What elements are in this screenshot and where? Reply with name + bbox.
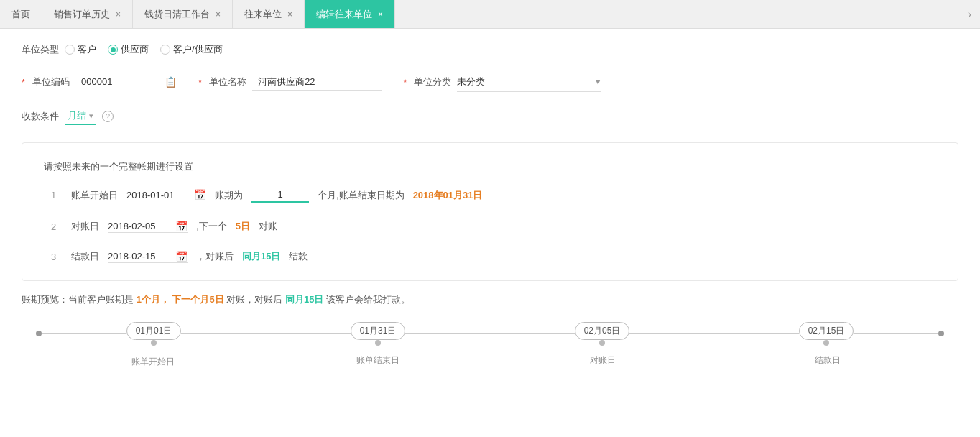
- timeline-line-2: [181, 333, 350, 334]
- period-hint: 请按照未来的一个完整帐期进行设置: [44, 160, 936, 173]
- period-date-2: 📅: [108, 221, 188, 233]
- period-date-3: 📅: [108, 251, 188, 263]
- period-months-input[interactable]: [251, 188, 309, 203]
- unit-category-group: * 单位分类 未分类 ▾: [403, 73, 601, 92]
- tab-sales-history-label: 销售订单历史: [54, 8, 110, 21]
- preview-middle: 对账，对账后: [226, 294, 282, 305]
- unit-category-label: 单位分类: [414, 75, 451, 88]
- period-settings-box: 请按照未来的一个完整帐期进行设置 1 账单开始日 📅 账期为 个月,账单结束日期…: [22, 142, 958, 281]
- tab-edit-partner-label: 编辑往来单位: [316, 8, 372, 21]
- timeline-label-4: 结款日: [815, 354, 841, 367]
- radio-supplier-label: 供应商: [121, 43, 149, 56]
- timeline-line-3: [405, 333, 574, 334]
- unit-code-copy-icon[interactable]: 📋: [165, 76, 177, 88]
- period-suffix-3: 结款: [289, 250, 308, 263]
- timeline-row: 01月01日 01月31日 02月05日 02月15日: [36, 322, 944, 346]
- timeline-end-node: [938, 331, 944, 336]
- period-end-date-1: 2018年01月31日: [413, 189, 483, 202]
- timeline-start-node: [36, 331, 42, 336]
- calendar-icon-3[interactable]: 📅: [175, 251, 188, 262]
- unit-type-row: 单位类型 客户 供应商 客户/供应商: [22, 43, 958, 56]
- tab-sales-history[interactable]: 销售订单历史 ×: [42, 0, 133, 28]
- payment-condition-value: 月结: [68, 109, 86, 122]
- period-suffix-2: 对账: [259, 220, 277, 233]
- main-content: 单位类型 客户 供应商 客户/供应商 * 单位编码: [0, 29, 980, 437]
- timeline-badge-4: 02月15日: [799, 322, 854, 340]
- tab-sales-history-close[interactable]: ×: [116, 9, 121, 19]
- unit-category-chevron-icon: ▾: [596, 76, 601, 87]
- timeline-labels-row: 账单开始日 账单结束日 对账日 结款日: [36, 349, 944, 368]
- period-date-1: 📅: [126, 189, 206, 201]
- unit-type-radio-group: 客户 供应商 客户/供应商: [65, 43, 223, 56]
- period-suffix-after-1: 个月,账单结束日期为: [318, 189, 405, 202]
- unit-code-input[interactable]: [75, 73, 162, 90]
- unit-info-row: * 单位编码 📋 * 单位名称 * 单位分类 未分类 ▾: [22, 70, 958, 93]
- timeline-node-3: 02月05日: [575, 322, 630, 346]
- timeline-badge-3: 02月05日: [575, 322, 630, 340]
- preview-prefix: 账期预览：当前客户账期是: [22, 294, 134, 305]
- timeline-line-5: [854, 333, 938, 334]
- payment-help-icon[interactable]: ?: [102, 111, 114, 122]
- tab-cash-work[interactable]: 钱货日清工作台 ×: [133, 0, 233, 28]
- unit-name-input[interactable]: [252, 73, 382, 91]
- timeline-dot-2: [375, 340, 381, 346]
- period-highlight-3: 同月15日: [242, 250, 280, 263]
- period-label-1: 账单开始日: [71, 189, 118, 202]
- radio-both-label: 客户/供应商: [173, 43, 223, 56]
- timeline-dot-3: [599, 340, 605, 346]
- tab-partner-units[interactable]: 往来单位 ×: [233, 0, 305, 28]
- radio-both[interactable]: 客户/供应商: [160, 43, 223, 56]
- period-num-1: 1: [51, 190, 63, 201]
- tab-bar: 首页 销售订单历史 × 钱货日清工作台 × 往来单位 × 编辑往来单位 × ›: [0, 0, 980, 29]
- timeline-section: 01月01日 01月31日 02月05日 02月15日: [22, 322, 958, 368]
- period-date-input-3[interactable]: [108, 251, 172, 262]
- period-label-3: 结款日: [71, 250, 99, 263]
- tab-cash-work-label: 钱货日清工作台: [144, 8, 210, 21]
- unit-code-star: *: [22, 77, 25, 88]
- unit-code-group: * 单位编码 📋: [22, 70, 177, 93]
- timeline-dot-1: [151, 340, 157, 346]
- tab-cash-work-close[interactable]: ×: [216, 9, 221, 19]
- tab-edit-partner[interactable]: 编辑往来单位 ×: [305, 0, 395, 28]
- timeline-node-4: 02月15日: [799, 322, 854, 346]
- calendar-icon-1[interactable]: 📅: [194, 189, 206, 201]
- unit-name-group: * 单位名称: [198, 73, 382, 91]
- tab-expand-btn[interactable]: ›: [959, 0, 980, 28]
- period-label-2: 对账日: [71, 220, 99, 233]
- radio-both-circle: [160, 45, 170, 55]
- unit-name-star: *: [198, 77, 202, 88]
- tab-partner-units-label: 往来单位: [244, 8, 282, 21]
- preview-month: 1个月，: [137, 294, 170, 305]
- timeline-label-3: 对账日: [590, 354, 616, 367]
- tab-edit-partner-close[interactable]: ×: [378, 9, 383, 19]
- period-date-input-1[interactable]: [126, 190, 191, 201]
- period-num-2: 2: [51, 221, 63, 232]
- period-prefix-2: ,下一个: [196, 220, 227, 233]
- timeline-start-dot: [36, 331, 42, 336]
- unit-type-label: 单位类型: [22, 43, 59, 56]
- preview-payment: 同月15日: [285, 294, 323, 305]
- tab-home-label: 首页: [11, 8, 30, 21]
- payment-condition-label: 收款条件: [22, 110, 59, 123]
- timeline-badge-2: 01月31日: [351, 322, 406, 340]
- period-row-3: 3 结款日 📅 ，对账后 同月15日 结款: [44, 250, 936, 263]
- period-highlight-2: 5日: [236, 220, 250, 233]
- unit-name-label: 单位名称: [209, 75, 246, 88]
- radio-supplier-circle: [108, 45, 118, 55]
- calendar-icon-2[interactable]: 📅: [175, 221, 188, 232]
- payment-condition-select[interactable]: 月结 ▾: [65, 108, 96, 125]
- period-date-input-2[interactable]: [108, 221, 172, 231]
- timeline-end-dot: [938, 331, 944, 336]
- timeline-label-1: 账单开始日: [131, 356, 175, 368]
- tab-partner-units-close[interactable]: ×: [287, 9, 292, 19]
- timeline-line-4: [629, 333, 798, 334]
- radio-supplier[interactable]: 供应商: [108, 43, 149, 56]
- unit-type-group: 单位类型 客户 供应商 客户/供应商: [22, 43, 223, 56]
- radio-customer[interactable]: 客户: [65, 43, 96, 56]
- unit-category-select[interactable]: 未分类 ▾: [457, 73, 601, 92]
- radio-customer-circle: [65, 45, 75, 55]
- period-suffix-before-1: 账期为: [215, 189, 243, 202]
- preview-text: 账期预览：当前客户账期是 1个月， 下一个月5日 对账，对账后 同月15日 该客…: [22, 293, 958, 308]
- payment-condition-chevron-icon: ▾: [89, 111, 93, 121]
- tab-home[interactable]: 首页: [0, 0, 42, 28]
